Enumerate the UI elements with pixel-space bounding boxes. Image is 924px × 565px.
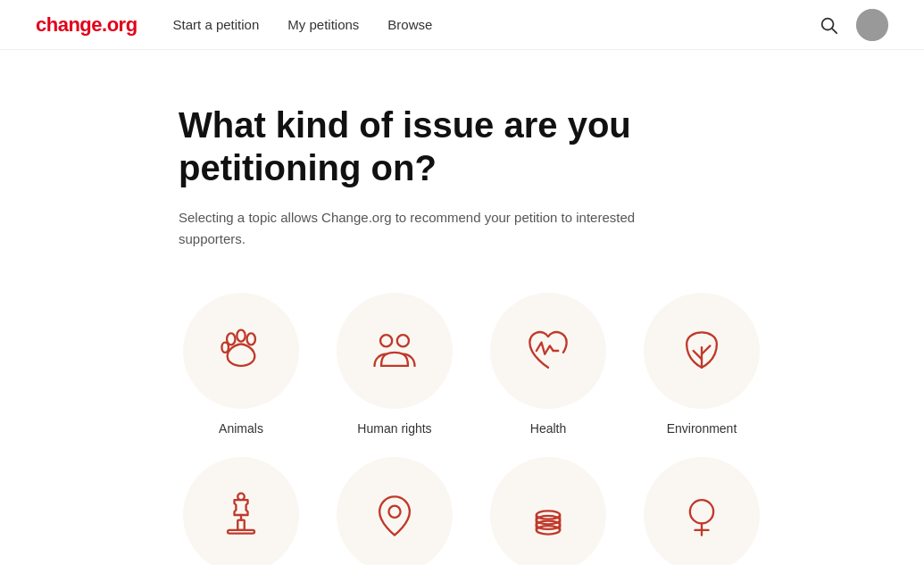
site-header: change.org Start a petition My petitions… <box>0 0 924 50</box>
topic-politics[interactable]: Politics <box>179 457 304 565</box>
main-content: What kind of issue are you petitioning o… <box>0 50 924 565</box>
topics-grid: Animals Human rights <box>179 293 745 565</box>
heart-pulse-icon <box>521 324 575 378</box>
paw-icon <box>214 324 268 378</box>
svg-point-26 <box>690 500 713 523</box>
page-title: What kind of issue are you petitioning o… <box>179 104 714 189</box>
topic-circle-economy <box>490 457 606 565</box>
svg-point-3 <box>237 330 245 342</box>
topic-economy[interactable]: Economy <box>486 457 611 565</box>
header-actions <box>815 9 888 41</box>
svg-point-15 <box>388 506 400 518</box>
svg-line-10 <box>694 351 702 359</box>
nav-my-petitions[interactable]: My petitions <box>287 17 359 32</box>
nav-start-petition[interactable]: Start a petition <box>173 17 260 32</box>
topic-environment[interactable]: Environment <box>639 293 764 436</box>
search-icon <box>819 15 838 35</box>
svg-point-11 <box>237 494 245 501</box>
svg-point-5 <box>221 343 229 353</box>
topic-circle-politics <box>183 457 299 565</box>
location-icon <box>368 488 421 542</box>
topic-label-animals: Animals <box>219 421 263 436</box>
leaf-icon <box>675 324 728 378</box>
avatar <box>856 9 888 41</box>
venus-icon <box>675 488 728 542</box>
user-avatar-button[interactable] <box>856 9 888 41</box>
topic-womens-rights[interactable]: Women's rights <box>639 457 764 565</box>
topic-label-health: Health <box>530 421 566 436</box>
svg-line-9 <box>702 345 710 353</box>
svg-rect-12 <box>237 520 245 530</box>
topic-animals[interactable]: Animals <box>179 293 304 436</box>
topic-health[interactable]: Health <box>486 293 611 436</box>
search-button[interactable] <box>815 12 842 38</box>
main-nav: Start a petition My petitions Browse <box>173 17 815 32</box>
topic-label-human-rights: Human rights <box>357 421 431 436</box>
svg-point-4 <box>247 333 255 345</box>
coins-icon <box>521 488 575 542</box>
site-logo[interactable]: change.org <box>36 13 137 37</box>
topic-circle-health <box>490 293 606 409</box>
topic-circle-environment <box>644 293 760 409</box>
topic-circle-animals <box>183 293 299 409</box>
topic-circle-womens-rights <box>644 457 760 565</box>
nav-browse[interactable]: Browse <box>387 17 432 32</box>
topic-circle-community <box>337 457 453 565</box>
topic-human-rights[interactable]: Human rights <box>332 293 457 436</box>
topic-circle-human-rights <box>337 293 453 409</box>
svg-point-6 <box>380 335 392 346</box>
podium-icon <box>214 488 268 542</box>
people-icon <box>368 324 421 378</box>
svg-line-1 <box>832 29 837 33</box>
svg-rect-13 <box>228 530 254 534</box>
topic-community[interactable]: Community <box>332 457 457 565</box>
page-subtitle: Selecting a topic allows Change.org to r… <box>179 207 678 250</box>
topic-label-environment: Environment <box>667 421 737 436</box>
svg-point-7 <box>397 335 409 346</box>
